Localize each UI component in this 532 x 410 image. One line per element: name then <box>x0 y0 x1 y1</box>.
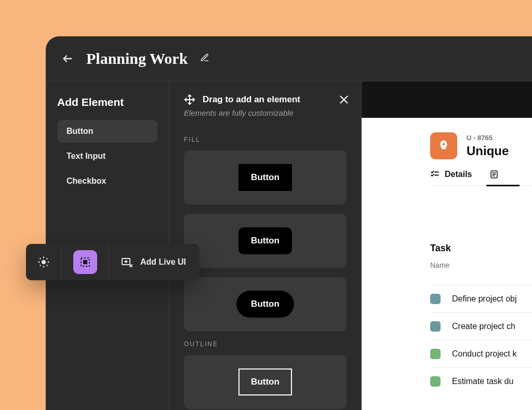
sample-button[interactable]: Button <box>238 164 292 191</box>
task-status-chip <box>430 321 441 332</box>
svg-point-15 <box>48 262 49 263</box>
sample-button[interactable]: Button <box>238 227 292 254</box>
close-icon <box>338 94 350 105</box>
toolbar-focus-button[interactable] <box>26 244 62 280</box>
pencil-icon <box>200 53 209 62</box>
svg-point-17 <box>46 258 48 259</box>
element-type-checkbox[interactable]: Checkbox <box>57 170 157 193</box>
project-name: Unique <box>467 144 509 158</box>
tab-details[interactable]: Details <box>430 170 472 179</box>
project-icon <box>430 132 457 159</box>
task-list: Define project obj Create project ch Con… <box>430 285 532 395</box>
page-title: Planning Work <box>86 50 188 67</box>
section-label-outline: OUTLINE <box>184 340 347 348</box>
add-frame-icon <box>121 256 133 268</box>
svg-point-12 <box>43 257 45 258</box>
sidebar-title: Add Element <box>57 96 157 108</box>
checklist-icon <box>430 170 440 179</box>
edit-title-button[interactable] <box>200 53 211 64</box>
task-row[interactable]: Define project obj <box>430 285 532 312</box>
svg-point-14 <box>38 262 40 263</box>
app-window: Planning Work Add Element Button Text In… <box>46 36 532 410</box>
task-column-name: Name <box>430 261 532 269</box>
selection-chip <box>73 250 97 274</box>
project-code: U - 8765 <box>467 134 509 142</box>
back-button[interactable] <box>61 52 74 65</box>
task-section-title: Task <box>430 243 532 254</box>
selection-box-icon <box>79 256 91 268</box>
section-label-fill: FILL <box>184 136 347 143</box>
element-type-list: Button Text Input Checkbox <box>57 120 157 193</box>
button-sample-fill-sharp[interactable]: Button <box>184 151 347 204</box>
tab-more[interactable] <box>489 170 499 179</box>
tab-label: Details <box>445 170 472 179</box>
task-status-chip <box>430 349 441 359</box>
svg-point-19 <box>46 265 48 266</box>
task-section-header: Task <box>430 243 532 254</box>
sample-button[interactable]: Button <box>238 368 292 395</box>
rocket-icon <box>437 139 450 153</box>
button-sample-fill-pill[interactable]: Button <box>184 277 347 331</box>
svg-point-18 <box>39 265 41 266</box>
element-type-button[interactable]: Button <box>57 120 157 143</box>
task-name: Define project obj <box>452 294 517 304</box>
task-name: Estimate task du <box>452 377 513 386</box>
task-status-chip <box>430 294 441 304</box>
drag-hint-row: Drag to add an element <box>184 94 347 105</box>
project-header: U - 8765 Unique <box>430 132 532 159</box>
element-type-text-input[interactable]: Text Input <box>57 145 157 168</box>
arrow-left-icon <box>62 53 73 64</box>
element-type-label: Checkbox <box>66 176 106 185</box>
toolbar-select-button[interactable] <box>62 244 109 280</box>
project-document: U - 8765 Unique Details <box>362 118 532 410</box>
task-row[interactable]: Estimate task du <box>430 367 532 395</box>
project-tabs: Details <box>430 170 532 186</box>
svg-point-13 <box>43 266 45 268</box>
title-bar: Planning Work <box>46 36 532 81</box>
button-sample-outline-sharp[interactable]: Button <box>184 355 347 409</box>
sample-button[interactable]: Button <box>236 291 294 318</box>
toolbar-add-live-ui-label: Add Live UI <box>140 257 186 267</box>
element-type-label: Text Input <box>66 152 105 160</box>
move-icon <box>184 94 195 105</box>
button-sample-fill-rounded[interactable]: Button <box>184 214 347 268</box>
task-row[interactable]: Conduct project k <box>430 340 532 367</box>
canvas-panel: U - 8765 Unique Details <box>362 81 532 410</box>
toolbar-add-live-ui-button[interactable]: Add Live UI <box>109 244 200 280</box>
svg-point-16 <box>39 258 41 259</box>
task-row[interactable]: Create project ch <box>430 312 532 340</box>
target-dots-icon <box>37 256 50 268</box>
document-icon <box>489 170 499 179</box>
task-status-chip <box>430 376 441 387</box>
drag-hint-subtitle: Elements are fully customizable <box>184 108 347 117</box>
task-name: Create project ch <box>452 322 515 331</box>
drag-hint-label: Drag to add an element <box>203 94 300 105</box>
floating-toolbar: Add Live UI <box>26 244 200 280</box>
project-title-block: U - 8765 Unique <box>467 134 509 158</box>
svg-point-11 <box>42 260 46 264</box>
svg-rect-21 <box>84 261 87 264</box>
element-type-label: Button <box>66 127 94 135</box>
close-panel-button[interactable] <box>338 94 350 107</box>
task-name: Conduct project k <box>452 349 517 359</box>
